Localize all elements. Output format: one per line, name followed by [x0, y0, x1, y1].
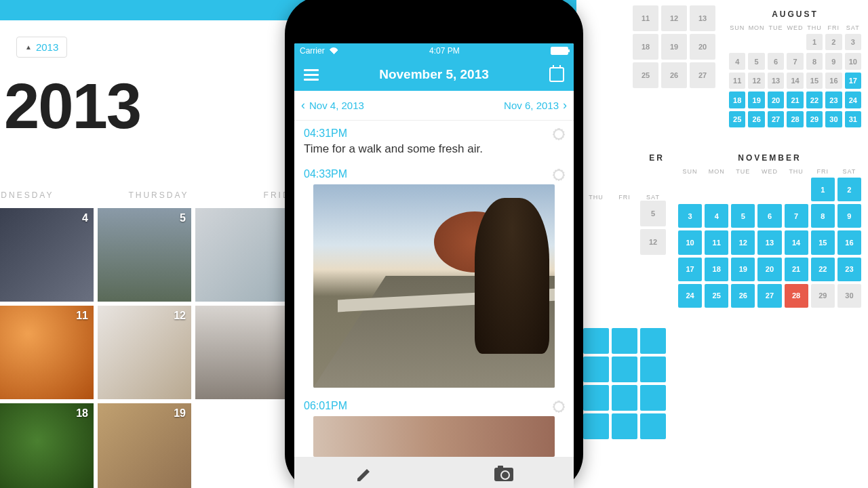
calendar-cell[interactable]: 9: [825, 53, 842, 69]
calendar-cell[interactable]: 18: [705, 258, 728, 281]
calendar-cell[interactable]: 12: [661, 5, 687, 31]
calendar-cell[interactable]: 5: [748, 53, 764, 69]
prev-day-button[interactable]: ‹ Nov 4, 2013: [301, 98, 364, 113]
calendar-cell[interactable]: [640, 357, 666, 382]
calendar-cell[interactable]: [678, 178, 702, 201]
next-day-button[interactable]: Nov 6, 2013 ›: [504, 98, 567, 113]
calendar-cell[interactable]: 1: [806, 34, 823, 50]
calendar-cell[interactable]: 26: [731, 284, 755, 308]
calendar-cell[interactable]: [583, 413, 609, 439]
calendar-month[interactable]: NOVEMBER SUNMONTUEWEDTHUFRISAT 123456789…: [678, 153, 861, 308]
calendar-cell[interactable]: 21: [785, 258, 808, 281]
calendar-cell[interactable]: 1: [811, 178, 835, 201]
entry-photo[interactable]: [313, 184, 555, 388]
day-thumb[interactable]: [195, 208, 289, 302]
calendar-cell[interactable]: 29: [811, 284, 835, 308]
calendar-cell[interactable]: [612, 328, 637, 354]
calendar-cell[interactable]: 30: [837, 284, 861, 308]
calendar-cell[interactable]: 30: [825, 111, 842, 127]
calendar-cell[interactable]: 10: [678, 230, 702, 254]
calendar-cell[interactable]: [612, 201, 637, 226]
calendar-cell[interactable]: 16: [825, 73, 842, 89]
calendar-cell[interactable]: [583, 201, 609, 226]
calendar-cell[interactable]: 7: [787, 53, 803, 69]
calendar-cell[interactable]: [731, 178, 755, 201]
calendar-cell[interactable]: [583, 229, 609, 255]
calendar-cell[interactable]: 15: [806, 73, 823, 89]
calendar-cell[interactable]: 25: [633, 62, 658, 88]
gear-icon[interactable]: [553, 401, 564, 412]
calendar-cell[interactable]: 28: [787, 111, 803, 127]
calendar-cell[interactable]: 23: [825, 92, 842, 108]
calendar-cell[interactable]: [612, 229, 637, 255]
calendar-cell[interactable]: 26: [661, 62, 687, 88]
journal-entry[interactable]: 04:31PM Time for a walk and some fresh a…: [294, 121, 574, 161]
calendar-cell[interactable]: [785, 178, 808, 201]
calendar-cell[interactable]: 2: [825, 34, 842, 50]
calendar-cell[interactable]: [604, 34, 630, 60]
calendar-cell[interactable]: 14: [787, 73, 803, 89]
calendar-cell[interactable]: 29: [806, 111, 823, 127]
calendar-cell[interactable]: 16: [837, 230, 861, 254]
calendar-cell[interactable]: [640, 328, 666, 354]
day-thumb[interactable]: 4: [0, 208, 94, 302]
calendar-cell[interactable]: [612, 286, 637, 312]
calendar-cell[interactable]: 17: [845, 73, 861, 89]
calendar-cell[interactable]: 26: [748, 111, 764, 127]
calendar-cell[interactable]: 17: [678, 258, 702, 281]
calendar-month[interactable]: AUGUST SUNMONTUEWEDTHUFRISAT 12345678910…: [729, 9, 861, 127]
calendar-cell[interactable]: 24: [678, 284, 702, 308]
calendar-cell[interactable]: [757, 178, 781, 201]
calendar-cell[interactable]: 27: [757, 284, 781, 308]
calendar-cell[interactable]: 10: [845, 53, 861, 69]
calendar-cell[interactable]: 12: [731, 230, 755, 254]
calendar-cell[interactable]: 13: [757, 230, 781, 254]
calendar-cell[interactable]: [583, 385, 609, 411]
calendar-cell[interactable]: [640, 286, 666, 312]
calendar-cell[interactable]: [612, 258, 637, 283]
calendar-cell[interactable]: [604, 91, 630, 117]
calendar-cell[interactable]: [661, 91, 687, 117]
calendar-cell[interactable]: 19: [731, 258, 755, 281]
calendar-cell[interactable]: 11: [633, 5, 658, 31]
calendar-cell[interactable]: 6: [757, 204, 781, 228]
calendar-cell[interactable]: [583, 357, 609, 382]
calendar-cell[interactable]: 13: [768, 73, 784, 89]
calendar-cell[interactable]: [612, 357, 637, 382]
calendar-cell[interactable]: 24: [845, 92, 861, 108]
calendar-cell[interactable]: 3: [678, 204, 702, 228]
calendar-cell[interactable]: 22: [806, 92, 823, 108]
calendar-cell[interactable]: 19: [748, 92, 764, 108]
calendar-cell[interactable]: 8: [806, 53, 823, 69]
gear-icon[interactable]: [553, 129, 564, 140]
calendar-cell[interactable]: [583, 328, 609, 354]
calendar-cell[interactable]: 4: [729, 53, 745, 69]
day-thumb[interactable]: 11: [0, 306, 94, 399]
day-thumb[interactable]: 12: [98, 306, 191, 399]
journal-entry[interactable]: 04:33PM: [294, 161, 574, 393]
year-breadcrumb[interactable]: ▲ 2013: [16, 37, 67, 58]
calendar-cell[interactable]: 27: [690, 62, 715, 88]
calendar-cell[interactable]: 25: [729, 111, 745, 127]
day-thumb[interactable]: [195, 306, 289, 399]
calendar-cell[interactable]: 14: [785, 230, 808, 254]
calendar-cell[interactable]: [729, 34, 745, 50]
calendar-cell[interactable]: [604, 62, 630, 88]
calendar-cell[interactable]: [633, 91, 658, 117]
calendar-cell[interactable]: [705, 178, 728, 201]
calendar-cell[interactable]: [640, 413, 666, 439]
calendar-cell[interactable]: 7: [785, 204, 808, 228]
gear-icon[interactable]: [553, 169, 564, 180]
calendar-cell[interactable]: 3: [845, 34, 861, 50]
calendar-cell[interactable]: 22: [811, 258, 835, 281]
calendar-icon[interactable]: [549, 67, 564, 82]
calendar-cell[interactable]: [640, 385, 666, 411]
calendar-cell[interactable]: [787, 34, 803, 50]
calendar-cell[interactable]: 12: [640, 229, 666, 255]
calendar-cell[interactable]: 8: [811, 204, 835, 228]
menu-icon[interactable]: [304, 69, 319, 81]
day-thumb[interactable]: 19: [98, 403, 191, 488]
calendar-cell[interactable]: 23: [837, 258, 861, 281]
calendar-cell[interactable]: 5: [731, 204, 755, 228]
calendar-cell[interactable]: [583, 258, 609, 283]
